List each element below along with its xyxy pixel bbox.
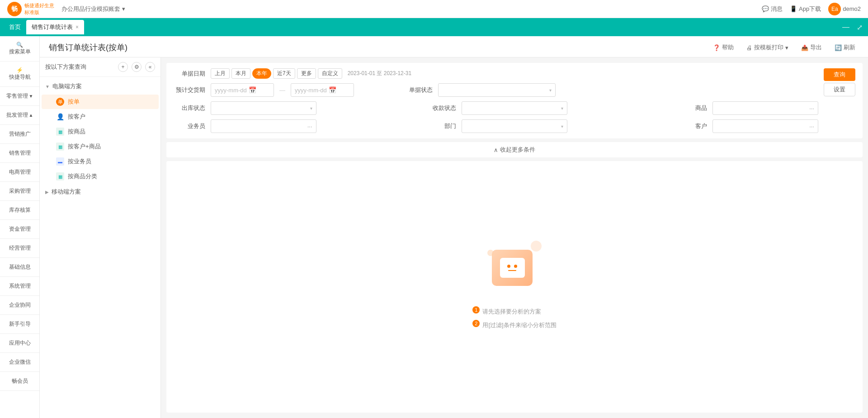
empty-state: 1 请先选择要分析的方案 2 用[过滤]条件来缩小分析范围 [166,161,863,413]
sidebar-item-operation[interactable]: 经营管理 [0,239,39,258]
empty-illustration [487,241,542,295]
salesperson-label: 业务员 [174,122,205,130]
department-label: 部门 [425,122,456,130]
scheme-item-by-customer-goods[interactable]: ▦ 按客户+商品 [42,139,159,154]
sidebar-item-member[interactable]: 畅会员 [0,372,39,391]
delivery-date-end[interactable]: yyyy-mm-dd 📅 [291,83,354,97]
refresh-button[interactable]: 🔄 刷新 [831,42,859,53]
chevron-down-icon: ▼ [45,84,50,89]
left-panel-title: 按以下方案查询 [45,63,114,71]
customer-select[interactable]: ··· [712,119,818,133]
this-month-btn[interactable]: 本月 [231,68,250,79]
scheme-icon-customer-goods: ▦ [56,142,64,151]
date-range-text: 2023-01-01 至 2023-12-31 [348,70,411,77]
salesperson-select[interactable]: ··· [211,119,316,133]
app-download-button[interactable]: 📱 App下载 [790,5,821,13]
message-button[interactable]: 💬 消息 [762,5,783,13]
empty-step-2: 2 用[过滤]条件来缩小分析范围 [472,319,556,331]
date-label: 单据日期 [174,70,205,78]
collapse-panel-button[interactable]: « [145,62,155,72]
chevron-up-icon: ▲ [29,113,33,118]
tab-home[interactable]: 首页 [4,20,26,34]
tab-sales-statistics[interactable]: 销售订单统计表 × [26,20,84,34]
scheme-icon-customer: 👤 [56,113,64,121]
top-bar: 畅 畅捷通好生意 标准版 办公用品行业模拟账套 ▾ 💬 消息 📱 App下载 E… [0,0,868,18]
sidebar-item-system[interactable]: 系统管理 [0,277,39,296]
tab-maximize-icon[interactable]: ⤢ [855,21,864,33]
last-month-btn[interactable]: 上月 [211,68,230,79]
dropdown-icon-3: ▾ [561,106,563,111]
tab-bar-actions: — ⤢ [840,21,864,33]
scheme-group-mobile-header[interactable]: ▶ 移动端方案 [40,184,160,200]
scheme-group-pc: ▼ 电脑端方案 单 按单 👤 按客户 ▦ 按 [40,79,160,184]
sidebar-item-marketing[interactable]: 营销推广 [0,125,39,144]
calendar-icon-2: 📅 [329,86,336,94]
sidebar-item-purchase[interactable]: 采购管理 [0,182,39,201]
app-selector[interactable]: 办公用品行业模拟账套 ▾ [58,3,129,15]
add-scheme-button[interactable]: + [118,62,128,72]
this-year-btn[interactable]: 本年 [252,68,271,79]
tab-minimize-icon[interactable]: — [840,21,851,33]
print-button[interactable]: 🖨 按模板打印 ▾ [743,42,792,53]
sidebar-item-search[interactable]: 🔍 搜索菜单 [0,36,39,62]
scheme-item-by-goods[interactable]: ▦ 按商品 [42,124,159,139]
sidebar-item-wholesale[interactable]: 批发管理 ▲ [0,106,39,125]
empty-hints: 1 请先选择要分析的方案 2 用[过滤]条件来缩小分析范围 [472,306,556,333]
sidebar-item-enterprise-wechat[interactable]: 企业微信 [0,353,39,372]
custom-date-btn[interactable]: 自定义 [318,68,342,79]
more-date-btn[interactable]: 更多 [297,68,316,79]
goods-select[interactable]: ··· [712,101,818,115]
scheme-group-pc-header[interactable]: ▼ 电脑端方案 [40,79,160,94]
scheme-item-by-category[interactable]: ▦ 按商品分类 [42,169,159,184]
left-panel: 按以下方案查询 + ⚙ « ▼ 电脑端方案 单 按单 [40,57,161,418]
collapse-icon: ∧ [494,147,498,153]
logo-area: 畅 畅捷通好生意 标准版 [7,2,54,16]
salesperson-dots-icon: ··· [307,123,312,130]
export-button[interactable]: 📤 导出 [797,42,826,53]
content-area: 销售订单统计表(按单) ❓ 帮助 🖨 按模板打印 ▾ 📤 导出 🔄 刷新 [40,36,868,418]
user-menu[interactable]: Ea demo2 [828,3,861,15]
tab-close-icon[interactable]: × [75,24,79,30]
dropdown-icon-4: ▾ [561,124,563,129]
filter-row-delivery: 预计交货期 yyyy-mm-dd 📅 — yyyy-mm-dd 📅 [174,83,818,97]
date-quick-buttons: 上月 本月 本年 近7天 更多 自定义 2023-01-01 至 2023-12… [211,68,411,79]
query-button[interactable]: 查询 [824,68,855,81]
sidebar: 🔍 搜索菜单 ⚡ 快捷导航 零售管理 ▼ 批发管理 ▲ 营销推广 销售管理 电商… [0,36,40,418]
delivery-date-start[interactable]: yyyy-mm-dd 📅 [211,83,274,97]
query-btn-group: 查询 设置 [824,68,855,96]
sidebar-item-newbie[interactable]: 新手引导 [0,315,39,334]
settings-scheme-button[interactable]: ⚙ [132,62,142,72]
sidebar-item-retail[interactable]: 零售管理 ▼ [0,87,39,106]
doc-status-select[interactable]: ▾ [438,83,556,97]
scheme-item-by-customer[interactable]: 👤 按客户 [42,109,159,124]
download-icon: 📱 [790,5,797,12]
sidebar-item-ecommerce[interactable]: 电商管理 [0,163,39,182]
page-header: 销售订单统计表(按单) ❓ 帮助 🖨 按模板打印 ▾ 📤 导出 🔄 刷新 [40,36,868,57]
help-button[interactable]: ❓ 帮助 [709,42,737,53]
top-bar-right: 💬 消息 📱 App下载 Ea demo2 [762,3,861,15]
sidebar-item-basic-info[interactable]: 基础信息 [0,258,39,277]
scheme-item-by-order[interactable]: 单 按单 [42,95,159,109]
scheme-group-mobile: ▶ 移动端方案 [40,184,160,200]
last7-btn[interactable]: 近7天 [273,68,295,79]
doc-status-label: 单据状态 [401,86,433,94]
payment-status-select[interactable]: ▾ [462,101,567,115]
settings-button[interactable]: 设置 [824,83,855,96]
ship-status-select[interactable]: ▾ [211,101,316,115]
scheme-item-by-salesperson[interactable]: ▬ 按业务员 [42,154,159,169]
sidebar-item-app-center[interactable]: 应用中心 [0,334,39,353]
page-title: 销售订单统计表(按单) [49,42,127,53]
top-bar-left: 畅 畅捷通好生意 标准版 办公用品行业模拟账套 ▾ [7,2,129,16]
sidebar-item-cooperation[interactable]: 企业协同 [0,296,39,315]
message-icon: 💬 [762,5,769,12]
right-panel: 单据日期 上月 本月 本年 近7天 更多 自定义 2023-01-01 至 20… [161,57,868,418]
collapse-row[interactable]: ∧ 收起更多条件 [166,142,863,157]
sidebar-item-finance[interactable]: 资金管理 [0,220,39,239]
chevron-down-icon: ▼ [29,94,33,99]
sidebar-item-inventory[interactable]: 库存核算 [0,201,39,220]
sidebar-item-quicknav[interactable]: ⚡ 快捷导航 [0,62,39,87]
sidebar-item-sales[interactable]: 销售管理 [0,144,39,163]
quicknav-icon: ⚡ [2,67,38,73]
export-icon: 📤 [801,44,808,51]
department-select[interactable]: ▾ [462,119,567,133]
